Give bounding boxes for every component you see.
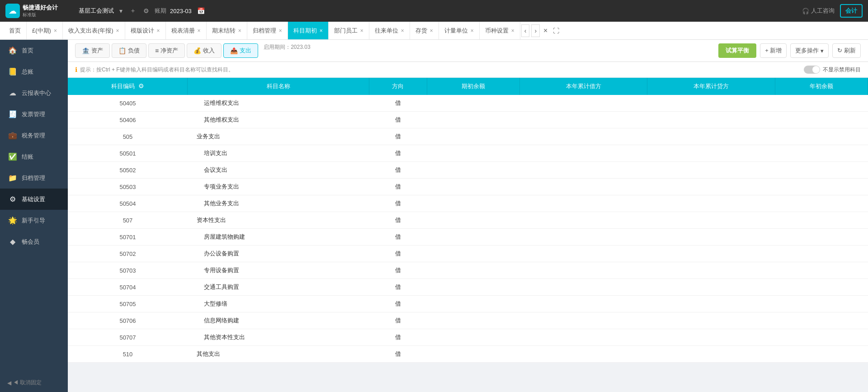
sidebar-item-settle[interactable]: ✅ 结账 xyxy=(0,146,68,167)
tab-balance-mid[interactable]: £(中期) × xyxy=(27,22,63,40)
sidebar-item-cloud-report[interactable]: ☁ 云报表中心 xyxy=(0,82,68,104)
cell-opening-balance xyxy=(427,162,519,179)
col-settings-icon[interactable]: ⚙ xyxy=(138,82,144,90)
sidebar-collapse-btn[interactable]: ◀ ◀ 取消固定 xyxy=(0,373,68,392)
cell-opening-balance xyxy=(427,329,519,346)
refresh-button[interactable]: ↻ 刷新 xyxy=(832,43,861,58)
cell-name: 大型修缮 xyxy=(188,296,369,312)
sidebar-item-guide[interactable]: 🌟 新手引导 xyxy=(0,210,68,231)
table-row[interactable]: 505业务支出借 xyxy=(68,128,868,145)
tab-close-all-btn[interactable]: × xyxy=(541,27,550,35)
table-row[interactable]: 50702办公设备购置借 xyxy=(68,246,868,262)
tab-template-label: 模版设计 xyxy=(131,27,154,35)
tab-subject-init-close[interactable]: × xyxy=(320,28,323,34)
table-row[interactable]: 507资本性支出借 xyxy=(68,212,868,229)
sidebar-item-member[interactable]: ◆ 畅会员 xyxy=(0,231,68,252)
tab-unit[interactable]: 计量单位 × xyxy=(439,22,480,40)
add-button[interactable]: + 新增 xyxy=(760,43,787,58)
sidebar: 🏠 首页 📒 总账 ☁ 云报表中心 🧾 发票管理 💼 税务管理 ✅ 结账 📁 归… xyxy=(0,40,68,392)
more-actions-button[interactable]: 更多操作 ▾ xyxy=(790,43,829,58)
tab-income-expense[interactable]: 收入支出表(年报) × xyxy=(63,22,125,40)
tab-income-expense-close[interactable]: × xyxy=(116,28,119,34)
settings-icon[interactable]: ⚙ xyxy=(142,6,151,15)
cell-name: 会议支出 xyxy=(188,162,369,179)
sidebar-tax-label: 税务管理 xyxy=(22,132,45,140)
table-row[interactable]: 50501培训支出借 xyxy=(68,145,868,162)
cell-direction: 借 xyxy=(369,329,427,346)
asset-icon: 🏦 xyxy=(82,47,90,54)
sidebar-item-settings[interactable]: ⚙ 基础设置 xyxy=(0,189,68,210)
tab-partner-close[interactable]: × xyxy=(401,28,404,34)
sub-tab-income[interactable]: 💰 收入 xyxy=(187,43,222,58)
tab-department[interactable]: 部门员工 × xyxy=(329,22,369,40)
sub-tab-net-asset[interactable]: ≡ 净资产 xyxy=(148,43,185,58)
table-row[interactable]: 50707其他资本性支出借 xyxy=(68,329,868,346)
tab-partner[interactable]: 往来单位 × xyxy=(369,22,410,40)
table-row[interactable]: 50406其他维权支出借 xyxy=(68,112,868,128)
tab-period-close[interactable]: 期末结转 × xyxy=(207,22,247,40)
tab-next-btn[interactable]: › xyxy=(531,24,540,37)
tab-currency[interactable]: 币种设置 × xyxy=(480,22,520,40)
app-title: 畅捷通好会计 xyxy=(23,4,58,12)
tab-currency-close[interactable]: × xyxy=(511,28,514,34)
sidebar-item-home[interactable]: 🏠 首页 xyxy=(0,40,68,61)
table-row[interactable]: 50503专项业务支出借 xyxy=(68,179,868,195)
tab-tax-clear-close[interactable]: × xyxy=(198,28,201,34)
tab-home[interactable]: 首页 xyxy=(4,22,27,40)
cell-name: 业务支出 xyxy=(188,128,369,145)
sidebar-ledger-label: 总账 xyxy=(22,68,33,76)
sidebar-item-archive[interactable]: 📁 归档管理 xyxy=(0,167,68,189)
cell-opening-balance xyxy=(427,312,519,329)
table-row[interactable]: 50504其他业务支出借 xyxy=(68,195,868,212)
tab-department-close[interactable]: × xyxy=(360,28,363,34)
col-name: 科目名称 xyxy=(188,78,369,95)
tab-unit-close[interactable]: × xyxy=(471,28,474,34)
tab-tax-clear[interactable]: 税表清册 × xyxy=(166,22,207,40)
consulting-button[interactable]: 🎧 人工咨询 xyxy=(802,7,835,15)
tab-expand-btn[interactable]: ⛶ xyxy=(550,27,562,34)
tab-template-close[interactable]: × xyxy=(157,28,160,34)
tab-subject-init[interactable]: 科目期初 × xyxy=(288,22,329,40)
calendar-icon[interactable]: 📅 xyxy=(195,6,207,15)
tab-prev-btn[interactable]: ‹ xyxy=(521,24,530,37)
balance-button[interactable]: 试算平衡 xyxy=(718,43,756,58)
cell-ytd-credit xyxy=(647,195,775,212)
cell-direction: 借 xyxy=(369,262,427,279)
tab-inventory[interactable]: 存货 × xyxy=(410,22,439,40)
sub-tab-asset[interactable]: 🏦 资产 xyxy=(75,43,110,58)
cell-code: 50501 xyxy=(68,145,188,162)
tab-inventory-close[interactable]: × xyxy=(430,28,433,34)
sidebar-item-invoice[interactable]: 🧾 发票管理 xyxy=(0,104,68,125)
sub-tab-expense[interactable]: 📤 支出 xyxy=(223,43,258,58)
table-row[interactable]: 50706信息网络购建借 xyxy=(68,312,868,329)
table-row[interactable]: 50701房屋建筑物购建借 xyxy=(68,229,868,246)
sidebar-item-tax[interactable]: 💼 税务管理 xyxy=(0,125,68,146)
cell-year-opening xyxy=(775,212,868,229)
table-row[interactable]: 50705大型修缮借 xyxy=(68,296,868,312)
table-row[interactable]: 50502会议支出借 xyxy=(68,162,868,179)
company-dropdown-icon[interactable]: ▾ xyxy=(118,6,124,15)
table-row[interactable]: 510其他支出借 xyxy=(68,346,868,363)
sub-tab-liability[interactable]: 📋 负债 xyxy=(112,43,146,58)
cell-opening-balance xyxy=(427,128,519,145)
table-wrapper[interactable]: 科目编码 ⚙ 科目名称 方向 期初余额 本年累计借方 本年累计贷方 年初余额 5… xyxy=(68,78,868,392)
sub-tab-net-asset-label: 净资产 xyxy=(160,47,178,55)
cell-opening-balance xyxy=(427,246,519,262)
cell-direction: 借 xyxy=(369,312,427,329)
toggle-switch[interactable] xyxy=(804,66,820,74)
table-row[interactable]: 50704交通工具购置借 xyxy=(68,279,868,296)
table-row[interactable]: 50703专用设备购置借 xyxy=(68,262,868,279)
cell-direction: 借 xyxy=(369,229,427,246)
account-button[interactable]: 会计 xyxy=(840,4,863,18)
col-ytd-debit: 本年累计借方 xyxy=(519,78,647,95)
table-row[interactable]: 50405运维维权支出借 xyxy=(68,95,868,112)
cell-name: 其他支出 xyxy=(188,346,369,363)
cell-opening-balance xyxy=(427,112,519,128)
tab-balance-mid-close[interactable]: × xyxy=(54,28,57,34)
sidebar-item-ledger[interactable]: 📒 总账 xyxy=(0,61,68,82)
add-company-icon[interactable]: ＋ xyxy=(128,6,138,16)
tab-archive[interactable]: 归档管理 × xyxy=(247,22,288,40)
tab-archive-close[interactable]: × xyxy=(279,28,282,34)
tab-period-close-close[interactable]: × xyxy=(238,28,241,34)
tab-template[interactable]: 模版设计 × xyxy=(125,22,166,40)
